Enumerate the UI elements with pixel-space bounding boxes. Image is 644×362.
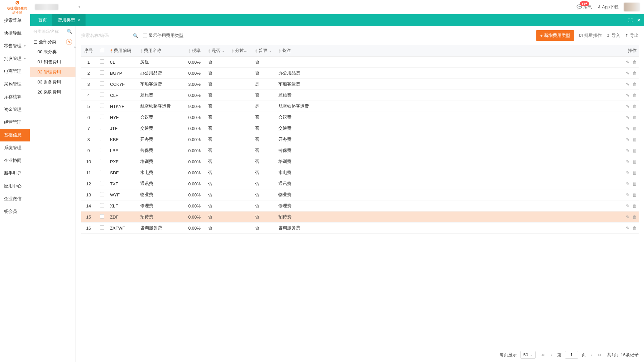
edit-icon[interactable]: ✎ <box>626 181 630 186</box>
table-row[interactable]: 9LBF劳保费0.00%否否劳保费✎🗑 <box>81 145 639 156</box>
delete-icon[interactable]: 🗑 <box>632 170 637 175</box>
category-item-2[interactable]: 02 管理费用 <box>30 67 75 77</box>
tab-fee-type[interactable]: 费用类型 ✕ <box>52 14 86 26</box>
search-input[interactable] <box>81 33 128 38</box>
cell-checkbox[interactable] <box>96 223 108 234</box>
sidebar-item-0[interactable]: 搜索菜单 <box>0 14 30 27</box>
table-row[interactable]: 5HTKYF航空铁路客运费9.00%否是航空铁路客运费✎🗑 <box>81 101 639 112</box>
delete-icon[interactable]: 🗑 <box>632 104 637 109</box>
category-search-input[interactable] <box>34 29 67 34</box>
sidebar-item-15[interactable]: 畅会员 <box>0 205 30 218</box>
edit-icon[interactable]: ✎ <box>626 82 630 87</box>
expand-icon[interactable]: ⛶ <box>628 18 633 23</box>
delete-icon[interactable]: 🗑 <box>632 115 637 120</box>
sidebar-item-12[interactable]: 新手引导 <box>0 167 30 180</box>
delete-icon[interactable]: 🗑 <box>632 181 637 186</box>
table-row[interactable]: 12TXF通讯费0.00%否否通讯费✎🗑 <box>81 178 639 189</box>
edit-icon[interactable]: ✎ <box>626 60 630 65</box>
last-page-button[interactable]: ⏭ <box>597 352 604 357</box>
sidebar-item-6[interactable]: 库存核算 <box>0 90 30 103</box>
th-seq[interactable]: 序号 <box>81 45 96 57</box>
cell-checkbox[interactable] <box>96 167 108 178</box>
delete-icon[interactable]: 🗑 <box>632 148 637 153</box>
delete-icon[interactable]: 🗑 <box>632 226 637 231</box>
table-row[interactable]: 7JTF交通费0.00%否否交通费✎🗑 <box>81 123 639 134</box>
messages-button[interactable]: 99+ 💬 消息 <box>577 4 592 10</box>
edit-icon[interactable]: ✎ <box>626 104 630 109</box>
edit-icon[interactable]: ✎ <box>626 159 630 164</box>
cell-checkbox[interactable] <box>96 189 108 200</box>
show-disabled-checkbox[interactable]: 显示停用费用类型 <box>143 33 183 39</box>
prev-page-button[interactable]: ‹ <box>549 352 553 357</box>
category-item-3[interactable]: 03 财务费用 <box>30 77 75 87</box>
cell-checkbox[interactable] <box>96 57 108 68</box>
delete-icon[interactable]: 🗑 <box>632 82 637 87</box>
edit-icon[interactable]: ✎ <box>626 126 630 131</box>
table-row[interactable]: 11SDF水电费0.00%否否水电费✎🗑 <box>81 167 639 178</box>
cell-checkbox[interactable] <box>96 90 108 101</box>
edit-icon[interactable]: ✎ <box>626 203 630 208</box>
delete-icon[interactable]: 🗑 <box>632 159 637 164</box>
sidebar-item-9[interactable]: 基础信息 <box>0 129 30 141</box>
table-row[interactable]: 3CCKYF车船客运费3.00%否是车船客运费✎🗑 <box>81 79 639 90</box>
tab-home[interactable]: 首页 <box>33 14 52 26</box>
user-avatar[interactable] <box>624 3 640 11</box>
th-split[interactable]: ▲▼分摊... <box>229 45 253 57</box>
table-row[interactable]: 13WYF物业费0.00%否否物业费✎🗑 <box>81 189 639 200</box>
edit-icon[interactable]: ✎ <box>626 137 630 142</box>
sidebar-item-8[interactable]: 经营管理 <box>0 116 30 129</box>
table-row[interactable]: 15ZDF招待费0.00%否否招待费✎🗑 <box>81 212 639 223</box>
th-code[interactable]: ▲▼费用编码 <box>108 45 138 57</box>
th-name[interactable]: ▲▼费用名称 <box>138 45 182 57</box>
search-icon[interactable]: 🔍 <box>67 29 72 34</box>
sidebar-item-7[interactable]: 资金管理 <box>0 103 30 116</box>
delete-icon[interactable]: 🗑 <box>632 192 637 197</box>
cell-checkbox[interactable] <box>96 145 108 156</box>
th-rate[interactable]: ▲▼税率 <box>182 45 206 57</box>
delete-icon[interactable]: 🗑 <box>632 60 637 65</box>
th-bool1[interactable]: ▲▼是否... <box>206 45 229 57</box>
delete-icon[interactable]: 🗑 <box>632 126 637 131</box>
table-row[interactable]: 2BGYP办公用品费0.00%否否办公用品费✎🗑 <box>81 68 639 79</box>
collapse-icon[interactable]: « <box>73 44 76 49</box>
sidebar-item-11[interactable]: 企业协同 <box>0 154 30 167</box>
cell-checkbox[interactable] <box>96 68 108 79</box>
edit-icon[interactable]: ✎ <box>626 148 630 153</box>
next-page-button[interactable]: › <box>589 352 593 357</box>
delete-icon[interactable]: 🗑 <box>632 71 637 76</box>
th-ticket[interactable]: ▲▼普票... <box>253 45 276 57</box>
category-item-1[interactable]: 01 销售费用 <box>30 57 75 67</box>
edit-icon[interactable]: ✎ <box>626 93 630 98</box>
per-page-select[interactable]: 50 ⌄ <box>520 351 536 359</box>
table-row[interactable]: 8KBF开办费0.00%否否开办费✎🗑 <box>81 134 639 145</box>
sidebar-item-1[interactable]: 快捷导航 <box>0 27 30 40</box>
th-checkbox[interactable] <box>96 45 108 57</box>
sidebar-item-13[interactable]: 应用中心 <box>0 180 30 192</box>
app-download-button[interactable]: ⇩ App下载 <box>597 4 619 10</box>
delete-icon[interactable]: 🗑 <box>632 93 637 98</box>
sidebar-item-2[interactable]: 零售管理▾ <box>0 40 30 52</box>
company-selector[interactable]: ▾ <box>35 4 80 10</box>
edit-icon[interactable]: ✎ <box>626 115 630 120</box>
sidebar-item-4[interactable]: 电商管理 <box>0 65 30 78</box>
cell-checkbox[interactable] <box>96 156 108 167</box>
category-item-4[interactable]: 20 采购费用 <box>30 87 75 97</box>
delete-icon[interactable]: 🗑 <box>632 215 637 220</box>
table-row[interactable]: 14XLF修理费0.00%否否修理费✎🗑 <box>81 200 639 212</box>
cell-checkbox[interactable] <box>96 123 108 134</box>
cell-checkbox[interactable] <box>96 200 108 212</box>
delete-icon[interactable]: 🗑 <box>632 137 637 142</box>
delete-icon[interactable]: 🗑 <box>632 203 637 208</box>
batch-button[interactable]: ☑ 批量操作 <box>579 33 602 39</box>
cell-checkbox[interactable] <box>96 178 108 189</box>
edit-icon[interactable]: ✎ <box>626 71 630 76</box>
category-all[interactable]: ☰ 全部分类 ✎ <box>30 37 75 47</box>
add-new-button[interactable]: + 新增费用类型 <box>536 30 574 41</box>
table-row[interactable]: 10PXF培训费0.00%否否培训费✎🗑 <box>81 156 639 167</box>
table-row[interactable]: 4CLF差旅费0.00%否否差旅费✎🗑 <box>81 90 639 101</box>
cell-checkbox[interactable] <box>96 101 108 112</box>
cell-checkbox[interactable] <box>96 134 108 145</box>
sidebar-item-10[interactable]: 系统管理 <box>0 141 30 154</box>
first-page-button[interactable]: ⏮ <box>539 352 546 357</box>
export-button[interactable]: ↥ 导出 <box>625 33 639 39</box>
